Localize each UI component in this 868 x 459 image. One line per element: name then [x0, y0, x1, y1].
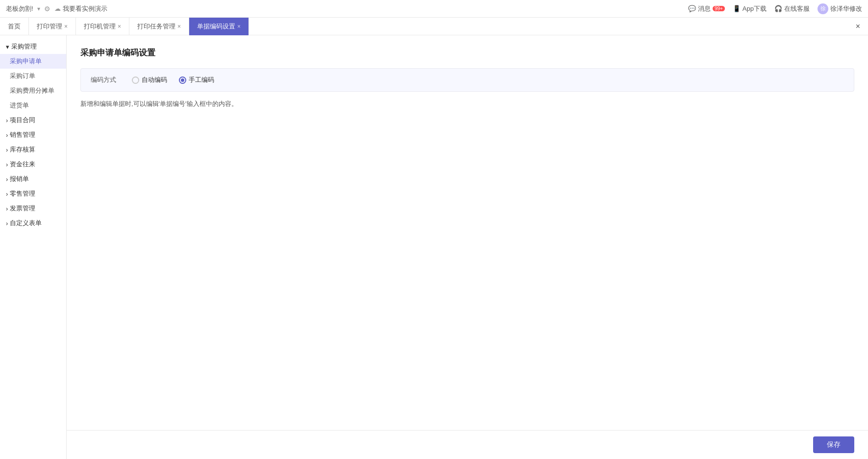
- mobile-icon: 📱: [733, 5, 741, 12]
- tab-printer-mgmt[interactable]: 打印机管理 ×: [76, 18, 129, 35]
- sidebar: ▾ 采购管理 采购申请单 采购订单 采购费用分摊单 进货单 › 项目合同 › 销…: [0, 35, 67, 459]
- sidebar-item-purchase-expense-label: 采购费用分摊单: [10, 87, 54, 94]
- tab-print-task-label: 打印任务管理: [137, 22, 175, 31]
- collapse-icon: ▾: [6, 43, 9, 51]
- top-bar-right: 💬 消息 99+ 📱 App下载 🎧 在线客服 徐 徐泽华修改: [688, 3, 862, 14]
- app-download-button[interactable]: 📱 App下载: [733, 4, 767, 13]
- radio-manual-label: 手工编码: [189, 76, 214, 84]
- tab-print-task-close[interactable]: ×: [177, 23, 181, 30]
- sidebar-item-purchase-request[interactable]: 采购申请单: [0, 54, 66, 69]
- sidebar-item-purchase-order[interactable]: 采购订单: [0, 69, 66, 83]
- window-close-button[interactable]: ×: [848, 18, 868, 35]
- arrow-down-icon[interactable]: ▾: [37, 5, 40, 12]
- demo-link[interactable]: 我要看实例演示: [54, 4, 107, 13]
- tab-barcode-setting-label: 单据编码设置: [197, 22, 235, 31]
- sidebar-group-purchase[interactable]: ▾ 采购管理: [0, 39, 66, 54]
- coding-row: 编码方式 自动编码 手工编码: [91, 76, 844, 84]
- coding-settings-box: 编码方式 自动编码 手工编码: [80, 68, 854, 92]
- tab-printer-mgmt-close[interactable]: ×: [118, 23, 121, 30]
- gear-icon[interactable]: ⚙: [44, 5, 50, 13]
- sidebar-group-custom-label: 自定义表单: [10, 219, 42, 228]
- sidebar-item-stock-in[interactable]: 进货单: [0, 98, 66, 113]
- sidebar-group-project-label: 项目合同: [10, 116, 35, 125]
- tab-home-label: 首页: [8, 22, 21, 31]
- tab-barcode-setting[interactable]: 单据编码设置 ×: [189, 18, 249, 35]
- sidebar-group-purchase-label: 采购管理: [11, 42, 37, 51]
- tab-print-mgmt-close[interactable]: ×: [64, 23, 68, 30]
- page-title: 采购申请单编码设置: [80, 47, 854, 58]
- tab-print-mgmt[interactable]: 打印管理 ×: [29, 18, 76, 35]
- coding-label: 编码方式: [91, 76, 116, 84]
- sidebar-group-retail-label: 零售管理: [10, 189, 35, 198]
- tab-home[interactable]: 首页: [0, 18, 29, 35]
- sidebar-group-invoice-label: 发票管理: [10, 204, 35, 213]
- main-layout: ▾ 采购管理 采购申请单 采购订单 采购费用分摊单 进货单 › 项目合同 › 销…: [0, 35, 868, 459]
- headset-icon: 🎧: [774, 5, 782, 12]
- radio-option-manual[interactable]: 手工编码: [179, 76, 214, 84]
- sidebar-item-stock-in-label: 进货单: [10, 102, 29, 109]
- online-service-button[interactable]: 🎧 在线客服: [774, 4, 810, 13]
- sidebar-group-inventory[interactable]: › 库存核算: [0, 142, 66, 157]
- top-bar: 老板勿割! ▾ ⚙ 我要看实例演示 💬 消息 99+ 📱 App下载 🎧 在线客…: [0, 0, 868, 18]
- avatar: 徐: [818, 3, 828, 14]
- content-area: 采购申请单编码设置 编码方式 自动编码 手工编码 新增: [67, 35, 868, 459]
- sidebar-group-retail[interactable]: › 零售管理: [0, 186, 66, 201]
- expand-icon-returns: ›: [6, 176, 8, 183]
- sidebar-item-purchase-order-label: 采购订单: [10, 72, 35, 79]
- sidebar-group-sales[interactable]: › 销售管理: [0, 128, 66, 142]
- sidebar-group-returns[interactable]: › 报销单: [0, 172, 66, 186]
- online-service-label: 在线客服: [784, 4, 810, 13]
- radio-auto-label: 自动编码: [142, 76, 167, 84]
- sidebar-group-fund-label: 资金往来: [10, 160, 35, 169]
- user-name: 徐泽华修改: [830, 4, 862, 13]
- sidebar-group-sales-label: 销售管理: [10, 130, 35, 139]
- app-download-label: App下载: [743, 4, 767, 13]
- radio-auto-circle[interactable]: [132, 76, 139, 84]
- message-label: 消息: [698, 4, 711, 13]
- user-profile-button[interactable]: 徐 徐泽华修改: [818, 3, 862, 14]
- expand-icon-custom: ›: [6, 220, 8, 227]
- sidebar-group-project-contract[interactable]: › 项目合同: [0, 113, 66, 128]
- sidebar-group-fund[interactable]: › 资金往来: [0, 157, 66, 172]
- tab-printer-mgmt-label: 打印机管理: [84, 22, 116, 31]
- expand-icon-retail: ›: [6, 190, 8, 198]
- content-main: 采购申请单编码设置 编码方式 自动编码 手工编码 新增: [67, 35, 868, 430]
- sidebar-group-returns-label: 报销单: [10, 175, 29, 183]
- sidebar-item-purchase-request-label: 采购申请单: [10, 57, 42, 65]
- sidebar-group-inventory-label: 库存核算: [10, 145, 35, 154]
- tab-barcode-setting-close[interactable]: ×: [237, 23, 241, 30]
- sidebar-group-custom-form[interactable]: › 自定义表单: [0, 216, 66, 230]
- expand-icon-fund: ›: [6, 161, 8, 168]
- expand-icon-project: ›: [6, 117, 8, 124]
- message-button[interactable]: 💬 消息 99+: [688, 4, 725, 13]
- save-button[interactable]: 保存: [813, 436, 854, 453]
- radio-option-auto[interactable]: 自动编码: [132, 76, 167, 84]
- message-badge: 99+: [713, 6, 725, 11]
- content-footer: 保存: [67, 430, 868, 459]
- tab-bar: 首页 打印管理 × 打印机管理 × 打印任务管理 × 单据编码设置 × ×: [0, 18, 868, 35]
- top-bar-left: 老板勿割! ▾ ⚙ 我要看实例演示: [6, 4, 107, 13]
- tab-print-mgmt-label: 打印管理: [37, 22, 62, 31]
- app-logo: 老板勿割!: [6, 4, 33, 13]
- tab-print-task[interactable]: 打印任务管理 ×: [129, 18, 189, 35]
- expand-icon-sales: ›: [6, 131, 8, 139]
- message-icon: 💬: [688, 5, 696, 12]
- sidebar-group-invoice[interactable]: › 发票管理: [0, 201, 66, 216]
- expand-icon-invoice: ›: [6, 205, 8, 212]
- expand-icon-inventory: ›: [6, 146, 8, 153]
- hint-text: 新增和编辑单据时,可以编辑'单据编号'输入框中的内容。: [80, 100, 854, 108]
- radio-manual-circle[interactable]: [179, 76, 186, 84]
- sidebar-item-purchase-expense[interactable]: 采购费用分摊单: [0, 83, 66, 98]
